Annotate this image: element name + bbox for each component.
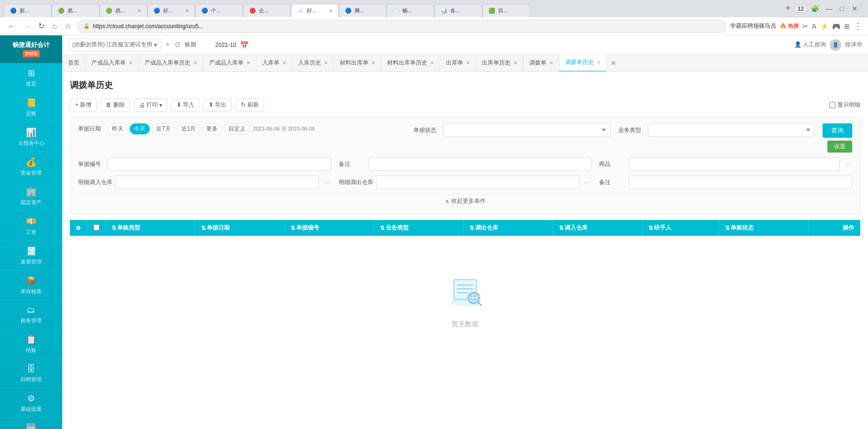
refresh-browser-btn[interactable]: ↻: [36, 20, 46, 33]
forward-btn[interactable]: →: [21, 20, 33, 33]
page-tab-product-in-history[interactable]: 产成品入库单历史✕: [139, 55, 203, 72]
detail-remark-input[interactable]: [629, 176, 852, 189]
page-tab-close-transfer-history[interactable]: ✕: [597, 60, 601, 65]
close-all-tabs-btn[interactable]: ✕: [607, 59, 620, 67]
page-tab-close-in-order[interactable]: ✕: [282, 60, 286, 66]
page-tab-close-material-out-history[interactable]: ✕: [430, 60, 434, 66]
close-btn[interactable]: ✕: [849, 5, 860, 12]
user-avatar[interactable]: 👤: [830, 39, 841, 51]
delete-btn[interactable]: 🗑 删除: [100, 99, 130, 111]
grid-icon[interactable]: ⊞: [844, 22, 850, 30]
minimize-btn[interactable]: —: [823, 5, 835, 12]
goods-filter-input[interactable]: [629, 157, 840, 171]
browser-tab-1[interactable]: 🔵新...: [4, 4, 52, 17]
page-tab-close-product-in[interactable]: ✕: [129, 60, 133, 66]
bookmark-btn[interactable]: ☆: [63, 20, 73, 33]
settings-gear-icon[interactable]: ⚙: [174, 40, 181, 49]
browser-tab-9[interactable]: ✉️畅...: [387, 4, 434, 17]
more-btn[interactable]: ⋮: [854, 21, 862, 32]
sidebar-item-fixed-assets[interactable]: 🏢固定资产: [0, 182, 62, 211]
date-btn-昨天[interactable]: 昨天: [108, 123, 128, 134]
table-checkbox-header[interactable]: [87, 220, 105, 236]
docno-filter-input[interactable]: [108, 157, 331, 171]
page-tab-product-in[interactable]: 产成品入库单✕: [86, 55, 139, 72]
browser-tab-11[interactable]: 🟩目...: [482, 4, 530, 17]
extensions-icon[interactable]: 🧩: [809, 5, 821, 12]
sidebar-item-invoice[interactable]: 🧾发票管理: [0, 241, 62, 271]
col-type-header[interactable]: ⇅ 单账类型: [105, 220, 195, 236]
select-all-checkbox[interactable]: [93, 224, 100, 231]
remark-filter-input[interactable]: [368, 157, 592, 171]
page-tab-material-out-history[interactable]: 材料出库单历史✕: [381, 55, 440, 72]
refresh-page-btn[interactable]: ↻ 刷新: [235, 99, 264, 111]
query-btn[interactable]: 查询: [823, 123, 852, 138]
show-cols-checkbox-input[interactable]: [829, 102, 835, 108]
page-tab-home[interactable]: 首页: [62, 55, 86, 72]
sidebar-item-close[interactable]: 📋结账: [0, 330, 62, 359]
col-handler-header[interactable]: ⇅ 经手人: [642, 220, 719, 236]
page-tab-transfer[interactable]: 调拨单✕: [523, 55, 559, 72]
sidebar-item-home[interactable]: ⊞首页: [0, 63, 62, 93]
page-tab-close-out-order[interactable]: ✕: [466, 60, 470, 66]
address-input[interactable]: 🔒 https://cloud.chanjet.com/accounting/u…: [77, 20, 726, 33]
gaming-icon[interactable]: 🎮: [832, 22, 840, 30]
page-tab-transfer-history[interactable]: 调拨单历史✕: [559, 55, 607, 72]
sidebar-item-reports[interactable]: 📊云报表中心: [0, 122, 62, 152]
detail-out-input[interactable]: [376, 176, 579, 189]
export-btn[interactable]: ⬆ 导出: [203, 99, 232, 111]
col-biz-header[interactable]: ⇅ 业务类型: [374, 220, 463, 236]
show-cols-toggle[interactable]: 显示明细: [829, 101, 860, 109]
col-status-header[interactable]: ⇅ 单账状态: [719, 220, 809, 236]
page-tab-close-in-history[interactable]: ✕: [324, 60, 328, 66]
detail-in-more-icon[interactable]: ···: [322, 178, 331, 186]
sidebar-item-ledger[interactable]: 📒总账: [0, 93, 62, 122]
date-btn-今天[interactable]: 今天: [130, 123, 150, 134]
browser-tab-4[interactable]: 🔵好...✕: [147, 4, 195, 17]
sidebar-item-inventory[interactable]: 📦库存核算: [0, 271, 62, 300]
sidebar-item-tax[interactable]: 🗂税务管理: [0, 300, 62, 330]
browser-tab-8[interactable]: 🔵腾...: [339, 4, 387, 17]
new-tab-btn[interactable]: +: [784, 3, 793, 13]
new-btn[interactable]: + 新增: [70, 99, 97, 111]
date-btn-近7天[interactable]: 近7天: [152, 123, 175, 134]
back-btn[interactable]: ←: [6, 20, 17, 33]
page-tab-out-history[interactable]: 出库单历史✕: [476, 55, 523, 72]
sidebar-item-settings[interactable]: ⚙基础设置: [0, 388, 62, 418]
page-tab-in-history[interactable]: 入库历史✕: [292, 55, 334, 72]
date-btn-近1月[interactable]: 近1月: [177, 123, 200, 134]
browser-tab-3[interactable]: 🟢易...✕: [100, 4, 147, 17]
company-selector[interactable]: (勿删勿禁用) 江西服宝测试专用 ▾: [68, 38, 161, 51]
table-gear-header[interactable]: ⚙: [70, 220, 87, 236]
biz-type-filter-select[interactable]: [648, 123, 815, 137]
page-tab-out-order[interactable]: 出库单✕: [440, 55, 476, 72]
import-btn[interactable]: ⬇ 导入: [171, 99, 200, 111]
page-tab-in-order[interactable]: 入库单✕: [256, 55, 292, 72]
browser-tab-7[interactable]: ☁️好...✕: [291, 4, 339, 17]
page-tab-product-in2[interactable]: 产成品入库单✕: [203, 55, 256, 72]
date-btn-更多[interactable]: 更多: [202, 123, 222, 134]
scissors-icon[interactable]: ✂: [802, 22, 808, 30]
page-tab-material-out[interactable]: 材料出库单✕: [334, 55, 381, 72]
maximize-btn[interactable]: □: [837, 5, 847, 12]
sidebar-item-archive[interactable]: 🗄归档管理: [0, 359, 62, 388]
goods-more-icon[interactable]: ···: [843, 160, 852, 168]
add-company-btn[interactable]: +: [165, 40, 170, 50]
browser-tab-6[interactable]: 🔴企...: [243, 4, 291, 17]
page-tab-close-material-out[interactable]: ✕: [371, 60, 375, 66]
detail-in-input[interactable]: [115, 176, 319, 189]
page-tab-close-product-in2[interactable]: ✕: [246, 60, 250, 66]
page-tab-close-product-in-history[interactable]: ✕: [193, 60, 197, 66]
browser-tab-2[interactable]: 🟢易...: [52, 4, 100, 17]
date-btn-自定义[interactable]: 自定义: [224, 123, 250, 134]
detail-out-more-icon[interactable]: ···: [582, 178, 592, 186]
sidebar-item-funds[interactable]: 💰资金管理: [0, 152, 62, 182]
print-btn[interactable]: 🖨 打印 ▾: [134, 99, 167, 111]
filter-settings-btn[interactable]: 设置: [827, 141, 852, 153]
translate-icon[interactable]: A: [812, 22, 816, 30]
col-out-wh-header[interactable]: ⇅ 调出仓库: [463, 220, 553, 236]
sidebar-item-guide[interactable]: 🆕新手引导: [0, 418, 62, 429]
extensions-icon2[interactable]: ⚡: [820, 22, 828, 30]
browser-tab-10[interactable]: 📊各...: [434, 4, 482, 17]
calendar-icon[interactable]: 📅: [240, 41, 248, 49]
user-service-btn[interactable]: 👤 人工咨询: [794, 41, 826, 49]
